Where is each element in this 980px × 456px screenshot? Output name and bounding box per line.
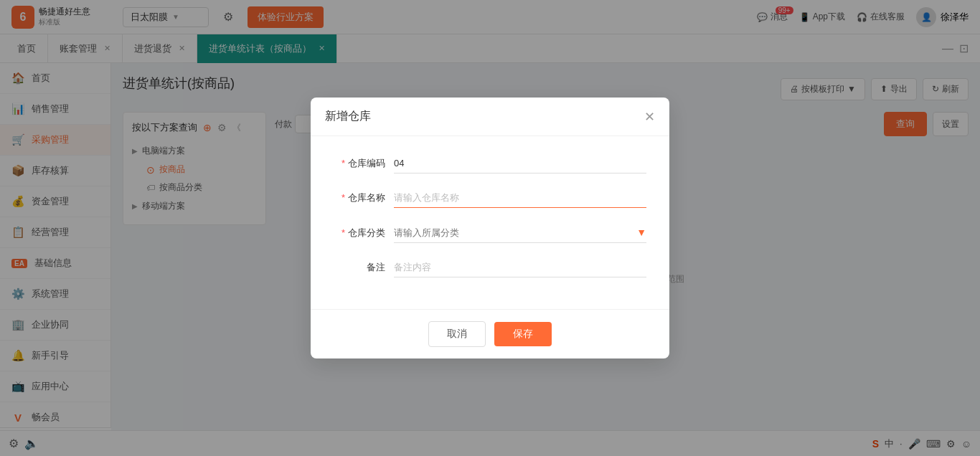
cancel-button[interactable]: 取消: [428, 321, 486, 347]
modal-title: 新增仓库: [325, 109, 371, 124]
name-label: *仓库名称: [334, 191, 385, 204]
modal-overlay[interactable]: 新增仓库 ✕ *仓库编码 *仓库名称 *仓库分类: [0, 0, 980, 456]
form-row-note: 备注: [334, 257, 646, 277]
note-label: 备注: [334, 261, 385, 274]
modal-header: 新增仓库 ✕: [311, 98, 669, 136]
modal-close-button[interactable]: ✕: [644, 110, 655, 123]
category-select-wrapper: ▼: [394, 222, 646, 243]
note-input[interactable]: [394, 257, 646, 277]
form-row-code: *仓库编码: [334, 153, 646, 174]
save-button[interactable]: 保存: [494, 322, 552, 346]
modal-footer: 取消 保存: [311, 309, 669, 358]
required-star-3: *: [341, 227, 345, 238]
category-select-input[interactable]: [394, 227, 636, 238]
warehouse-code-input[interactable]: [394, 153, 646, 174]
required-star-2: *: [341, 192, 345, 203]
required-star: *: [341, 158, 345, 168]
form-row-category: *仓库分类 ▼: [334, 222, 646, 243]
form-row-name: *仓库名称: [334, 188, 646, 208]
category-label: *仓库分类: [334, 227, 385, 239]
warehouse-name-input[interactable]: [394, 188, 646, 208]
modal-body: *仓库编码 *仓库名称 *仓库分类 ▼: [311, 136, 669, 309]
select-dropdown-icon[interactable]: ▼: [636, 227, 646, 238]
code-label: *仓库编码: [334, 157, 385, 170]
add-warehouse-modal: 新增仓库 ✕ *仓库编码 *仓库名称 *仓库分类: [311, 98, 669, 358]
